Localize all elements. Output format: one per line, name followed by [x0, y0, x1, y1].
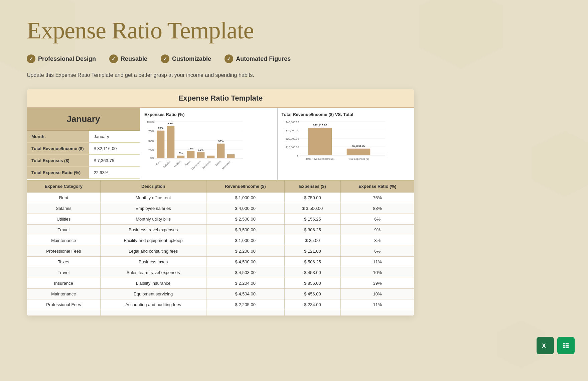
- summary-value-month: January: [89, 131, 140, 143]
- summary-table: Month: January Total Revenue/Income ($) …: [27, 131, 140, 179]
- table-row: SalariesEmployee salaries$ 4,000.00$ 3,5…: [27, 203, 414, 214]
- svg-text:Travel: Travel: [184, 160, 191, 167]
- table-cell-1-1: Employee salaries: [100, 203, 206, 214]
- table-cell-6-3: $ 506.25: [284, 257, 340, 267]
- summary-label-ratio: Total Expense Ratio (%): [27, 167, 89, 179]
- table-cell-0-0: Rent: [27, 193, 101, 203]
- svg-text:25%: 25%: [148, 148, 154, 152]
- feature-label-3: Customizable: [172, 55, 211, 62]
- table-row: UtilitiesMonthly utility bills$ 2,500.00…: [27, 214, 414, 225]
- table-cell-5-2: $ 2,200.00: [206, 246, 284, 257]
- table-cell-11-2: [206, 310, 284, 316]
- revenue-chart-panel: Total Revenue/Income ($) VS. Total $40,0…: [278, 108, 415, 180]
- table-cell-8-3: $ 856.00: [284, 278, 340, 289]
- col-header-description: Description: [100, 180, 206, 193]
- summary-row-month: Month: January: [27, 131, 140, 143]
- summary-label-expenses: Total Expenses ($): [27, 155, 89, 167]
- data-table: Expense Category Description Revenue/Inc…: [27, 180, 414, 316]
- table-cell-8-1: Liability insurance: [100, 278, 206, 289]
- check-icon-1: ✓: [27, 54, 35, 63]
- table-cell-9-2: $ 4,504.00: [206, 289, 284, 299]
- feature-reusable: ✓ Reusable: [109, 54, 147, 63]
- table-cell-7-4: 10%: [341, 267, 414, 278]
- table-cell-5-0: Professional Fees: [27, 246, 101, 257]
- svg-text:Maintenan: Maintenan: [191, 160, 201, 170]
- svg-text:16%: 16%: [198, 148, 203, 151]
- features-row: ✓ Professional Design ✓ Reusable ✓ Custo…: [27, 54, 561, 63]
- table-cell-10-0: Professional Fees: [27, 299, 101, 310]
- table-row: MaintenanceFacility and equipment upkeep…: [27, 235, 414, 246]
- svg-text:$40,000.00: $40,000.00: [285, 121, 299, 124]
- svg-rect-14: [157, 131, 164, 158]
- summary-value-revenue: $ 32,116.00: [89, 143, 140, 155]
- page-title: Expense Ratio Template: [27, 17, 561, 44]
- svg-text:88%: 88%: [168, 122, 173, 125]
- table-cell-4-2: $ 1,000.00: [206, 235, 284, 246]
- table-cell-2-4: 6%: [341, 214, 414, 225]
- expense-ratio-chart-panel: Expenses Ratio (%) 100% 75% 50% 25% 0%: [140, 108, 278, 180]
- svg-text:50%: 50%: [148, 139, 154, 142]
- revenue-chart: $40,000.00 $30,000.00 $20,000.00 $10,000…: [282, 119, 411, 176]
- table-cell-3-4: 9%: [341, 225, 414, 235]
- svg-text:39%: 39%: [218, 140, 224, 143]
- table-cell-2-1: Monthly utility bills: [100, 214, 206, 225]
- svg-text:Total Expenses ($): Total Expenses ($): [348, 157, 369, 160]
- table-cell-3-1: Business travel expenses: [100, 225, 206, 235]
- check-icon-3: ✓: [161, 54, 169, 63]
- sheets-icon[interactable]: [557, 337, 575, 354]
- table-row: [27, 310, 414, 316]
- table-row: Professional FeesAccounting and auditing…: [27, 299, 414, 310]
- bar-chart-1-svg: 100% 75% 50% 25% 0%: [144, 119, 245, 171]
- table-cell-10-1: Accounting and auditing fees: [100, 299, 206, 310]
- table-cell-7-1: Sales team travel expenses: [100, 267, 206, 278]
- table-cell-10-4: 11%: [341, 299, 414, 310]
- svg-text:$10,000.00: $10,000.00: [285, 146, 299, 149]
- table-row: RentMonthly office rent$ 1,000.00$ 750.0…: [27, 193, 414, 203]
- svg-text:$30,000.00: $30,000.00: [285, 129, 299, 132]
- svg-text:Insurance: Insurance: [222, 160, 232, 170]
- table-cell-11-1: [100, 310, 206, 316]
- svg-rect-24: [207, 156, 214, 158]
- table-cell-6-2: $ 4,500.00: [206, 257, 284, 267]
- summary-panel: January Month: January Total Revenue/Inc…: [27, 108, 140, 180]
- svg-rect-27: [227, 154, 235, 158]
- table-body: RentMonthly office rent$ 1,000.00$ 750.0…: [27, 193, 414, 316]
- col-header-revenue: Revenue/Income ($): [206, 180, 284, 193]
- card-body: January Month: January Total Revenue/Inc…: [27, 108, 414, 316]
- table-cell-4-0: Maintenance: [27, 235, 101, 246]
- excel-icon[interactable]: X: [537, 337, 554, 354]
- feature-label-1: Professional Design: [38, 55, 96, 62]
- svg-text:$7,363.75: $7,363.75: [352, 144, 365, 148]
- svg-text:0%: 0%: [150, 156, 154, 160]
- table-cell-0-3: $ 750.00: [284, 193, 340, 203]
- card-header: Expense Ratio Template: [27, 89, 414, 108]
- table-cell-9-1: Equipment servicing: [100, 289, 206, 299]
- col-header-category: Expense Category: [27, 180, 101, 193]
- svg-text:19%: 19%: [188, 147, 193, 150]
- svg-text:6%: 6%: [179, 152, 183, 155]
- table-cell-2-0: Utilities: [27, 214, 101, 225]
- table-cell-6-1: Business taxes: [100, 257, 206, 267]
- summary-row-ratio: Total Expense Ratio (%) 22.93%: [27, 167, 140, 179]
- svg-rect-55: [563, 343, 569, 348]
- svg-rect-25: [217, 144, 225, 158]
- summary-title: January: [27, 108, 140, 131]
- table-cell-7-0: Travel: [27, 267, 101, 278]
- col-header-ratio: Expense Ratio (%): [341, 180, 414, 193]
- table-cell-10-2: $ 2,205.00: [206, 299, 284, 310]
- table-cell-8-0: Insurance: [27, 278, 101, 289]
- table-cell-1-0: Salaries: [27, 203, 101, 214]
- table-cell-9-0: Maintenance: [27, 289, 101, 299]
- col-header-expenses: Expenses ($): [284, 180, 340, 193]
- feature-label-4: Automated Figures: [236, 55, 291, 62]
- table-row: TaxesBusiness taxes$ 4,500.00$ 506.2511%: [27, 257, 414, 267]
- table-cell-8-4: 39%: [341, 278, 414, 289]
- table-cell-7-2: $ 4,503.00: [206, 267, 284, 278]
- table-cell-7-3: $ 453.00: [284, 267, 340, 278]
- feature-automated: ✓ Automated Figures: [225, 54, 291, 63]
- svg-text:$32,116.00: $32,116.00: [313, 124, 327, 127]
- table-cell-1-4: 88%: [341, 203, 414, 214]
- summary-row-revenue: Total Revenue/Income ($) $ 32,116.00: [27, 143, 140, 155]
- feature-label-2: Reusable: [121, 55, 147, 62]
- top-section: January Month: January Total Revenue/Inc…: [27, 108, 414, 180]
